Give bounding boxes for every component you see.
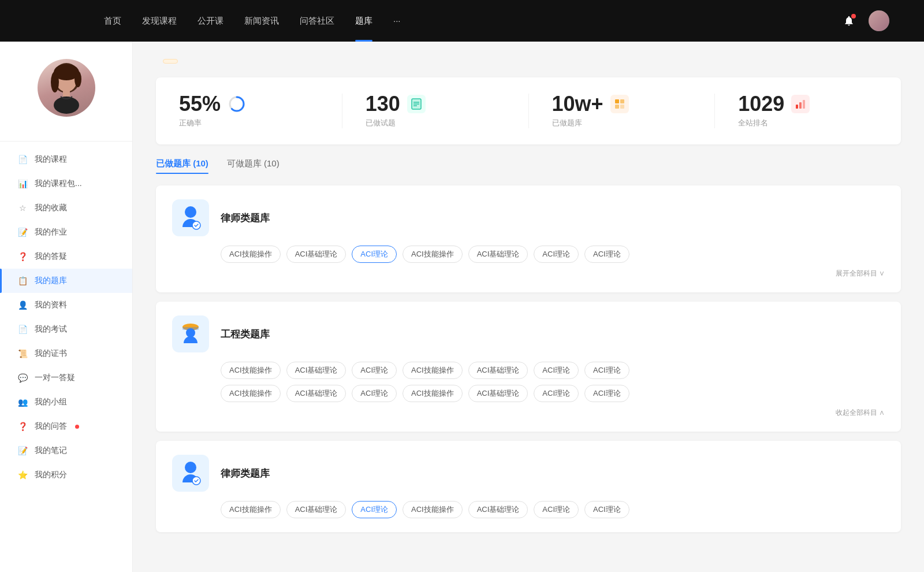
sidebar-item-我的考试[interactable]: 📄我的考试 bbox=[0, 317, 132, 341]
bank-tag-5[interactable]: ACI理论 bbox=[534, 501, 579, 518]
nav-item-新闻资讯[interactable]: 新闻资讯 bbox=[244, 16, 279, 27]
profile-avatar[interactable] bbox=[38, 59, 95, 117]
bank-tag-r2-6[interactable]: ACI理论 bbox=[584, 385, 629, 402]
menu-icon: 📝 bbox=[17, 445, 28, 456]
bank-tag-6[interactable]: ACI理论 bbox=[584, 246, 629, 263]
bank-icon bbox=[172, 199, 209, 236]
bank-header: 工程类题库 bbox=[172, 315, 885, 352]
sidebar-item-我的问答[interactable]: ❓我的问答 bbox=[0, 414, 132, 439]
bank-section-lawyer1: 律师类题库 ACI技能操作ACI基础理论ACI理论ACI技能操作ACI基础理论A… bbox=[156, 185, 901, 292]
bank-tag-r2-4[interactable]: ACI基础理论 bbox=[468, 385, 528, 402]
bank-tag-2[interactable]: ACI理论 bbox=[352, 362, 397, 379]
svg-rect-20 bbox=[803, 100, 805, 109]
sidebar-item-我的答疑[interactable]: ❓我的答疑 bbox=[0, 244, 132, 269]
sidebar: 📄我的课程📊我的课程包...☆我的收藏📝我的作业❓我的答疑📋我的题库👤我的资料📄… bbox=[0, 42, 133, 572]
navbar: 首页发现课程公开课新闻资讯问答社区题库··· bbox=[0, 0, 924, 42]
bank-tag-r2-2[interactable]: ACI理论 bbox=[352, 385, 397, 402]
bank-tag-3[interactable]: ACI技能操作 bbox=[403, 362, 463, 379]
sidebar-item-我的积分[interactable]: ⭐我的积分 bbox=[0, 463, 132, 487]
bank-tag-6[interactable]: ACI理论 bbox=[584, 501, 629, 518]
nav-item-题库[interactable]: 题库 bbox=[355, 16, 372, 27]
bank-tag-5[interactable]: ACI理论 bbox=[534, 362, 579, 379]
bank-tag-5[interactable]: ACI理论 bbox=[534, 246, 579, 263]
bank-tags-row1: ACI技能操作ACI基础理论ACI理论ACI技能操作ACI基础理论ACI理论AC… bbox=[221, 246, 885, 263]
menu-icon: 📄 bbox=[17, 154, 28, 165]
nav-item-问答社区[interactable]: 问答社区 bbox=[300, 16, 334, 27]
user-avatar[interactable] bbox=[869, 10, 889, 31]
stat-icon-chart bbox=[791, 95, 810, 113]
menu-label: 我的答疑 bbox=[35, 251, 67, 262]
sidebar-item-我的笔记[interactable]: 📝我的笔记 bbox=[0, 439, 132, 463]
nav-item-首页[interactable]: 首页 bbox=[104, 16, 121, 27]
menu-label: 我的积分 bbox=[35, 470, 67, 480]
bank-tag-r2-5[interactable]: ACI理论 bbox=[534, 385, 579, 402]
bank-icon bbox=[172, 315, 209, 352]
nav-item-发现课程[interactable]: 发现课程 bbox=[142, 16, 177, 27]
stat-item-2: 10w+ 已做题库 bbox=[529, 94, 716, 128]
bank-tag-4[interactable]: ACI基础理论 bbox=[468, 501, 528, 518]
bank-tags-row1: ACI技能操作ACI基础理论ACI理论ACI技能操作ACI基础理论ACI理论AC… bbox=[221, 501, 885, 518]
bank-tag-r2-0[interactable]: ACI技能操作 bbox=[221, 385, 281, 402]
bank-title: 工程类题库 bbox=[221, 328, 270, 341]
bank-header: 律师类题库 bbox=[172, 199, 885, 236]
bank-tag-0[interactable]: ACI技能操作 bbox=[221, 362, 281, 379]
menu-icon: ☆ bbox=[17, 203, 28, 213]
bank-tag-r2-3[interactable]: ACI技能操作 bbox=[403, 385, 463, 402]
tabs-row: 已做题库 (10)可做题库 (10) bbox=[156, 158, 901, 174]
bank-tags-row2: ACI技能操作ACI基础理论ACI理论ACI技能操作ACI基础理论ACI理论AC… bbox=[221, 385, 885, 402]
bank-tag-4[interactable]: ACI基础理论 bbox=[468, 246, 528, 263]
bank-tag-1[interactable]: ACI基础理论 bbox=[286, 501, 346, 518]
bank-expand-btn[interactable]: 收起全部科目 ∧ bbox=[172, 408, 885, 418]
sidebar-item-我的课程包...[interactable]: 📊我的课程包... bbox=[0, 172, 132, 196]
bank-tag-0[interactable]: ACI技能操作 bbox=[221, 501, 281, 518]
nav-item-公开课[interactable]: 公开课 bbox=[198, 16, 223, 27]
page-layout: 📄我的课程📊我的课程包...☆我的收藏📝我的作业❓我的答疑📋我的题库👤我的资料📄… bbox=[0, 42, 924, 572]
stat-label: 已做题库 bbox=[552, 118, 582, 128]
bank-section-lawyer2: 律师类题库 ACI技能操作ACI基础理论ACI理论ACI技能操作ACI基础理论A… bbox=[156, 441, 901, 532]
sidebar-item-我的课程[interactable]: 📄我的课程 bbox=[0, 147, 132, 172]
tab-item-0[interactable]: 已做题库 (10) bbox=[156, 158, 208, 174]
avatar-inner bbox=[38, 59, 95, 117]
sidebar-item-我的收藏[interactable]: ☆我的收藏 bbox=[0, 196, 132, 220]
sidebar-item-我的作业[interactable]: 📝我的作业 bbox=[0, 220, 132, 244]
sidebar-item-我的资料[interactable]: 👤我的资料 bbox=[0, 293, 132, 317]
menu-icon: 📜 bbox=[17, 348, 28, 359]
navbar-right bbox=[829, 10, 901, 31]
bank-tag-6[interactable]: ACI理论 bbox=[584, 362, 629, 379]
svg-rect-19 bbox=[799, 102, 802, 109]
notification-bell[interactable] bbox=[841, 13, 857, 29]
bank-tag-3[interactable]: ACI技能操作 bbox=[403, 501, 463, 518]
bank-tag-2[interactable]: ACI理论 bbox=[352, 501, 397, 518]
menu-label: 我的收藏 bbox=[35, 203, 67, 213]
menu-icon: ❓ bbox=[17, 251, 28, 262]
bank-tag-1[interactable]: ACI基础理论 bbox=[286, 246, 346, 263]
menu-icon: 📝 bbox=[17, 227, 28, 237]
bank-expand-btn[interactable]: 展开全部科目 ∨ bbox=[172, 269, 885, 278]
stat-top: 1029 bbox=[738, 94, 810, 114]
bank-tag-4[interactable]: ACI基础理论 bbox=[468, 362, 528, 379]
nav-item-···[interactable]: ··· bbox=[393, 16, 401, 27]
menu-label: 我的笔记 bbox=[35, 445, 67, 456]
sidebar-item-一对一答疑[interactable]: 💬一对一答疑 bbox=[0, 366, 132, 390]
bank-tag-2[interactable]: ACI理论 bbox=[352, 246, 397, 263]
sidebar-item-我的小组[interactable]: 👥我的小组 bbox=[0, 390, 132, 414]
stat-label: 正确率 bbox=[179, 118, 202, 128]
bank-icon bbox=[172, 455, 209, 492]
bank-tag-r2-1[interactable]: ACI基础理论 bbox=[286, 385, 346, 402]
svg-point-25 bbox=[186, 328, 195, 337]
stat-top: 10w+ bbox=[552, 94, 629, 114]
bank-tag-3[interactable]: ACI技能操作 bbox=[403, 246, 463, 263]
avatar-image bbox=[869, 10, 889, 31]
sidebar-item-我的证书[interactable]: 📜我的证书 bbox=[0, 341, 132, 366]
bank-tag-1[interactable]: ACI基础理论 bbox=[286, 362, 346, 379]
tab-item-1[interactable]: 可做题库 (10) bbox=[227, 158, 280, 174]
svg-rect-17 bbox=[620, 105, 624, 109]
stat-icon-grid bbox=[610, 95, 629, 113]
sidebar-item-我的题库[interactable]: 📋我的题库 bbox=[0, 269, 132, 293]
stat-top: 55% bbox=[179, 94, 246, 114]
menu-icon: ❓ bbox=[17, 421, 28, 432]
bank-section-engineering: 工程类题库 ACI技能操作ACI基础理论ACI理论ACI技能操作ACI基础理论A… bbox=[156, 302, 901, 432]
menu-label: 我的题库 bbox=[35, 276, 67, 286]
stat-label: 已做试题 bbox=[366, 118, 396, 128]
bank-tag-0[interactable]: ACI技能操作 bbox=[221, 246, 281, 263]
